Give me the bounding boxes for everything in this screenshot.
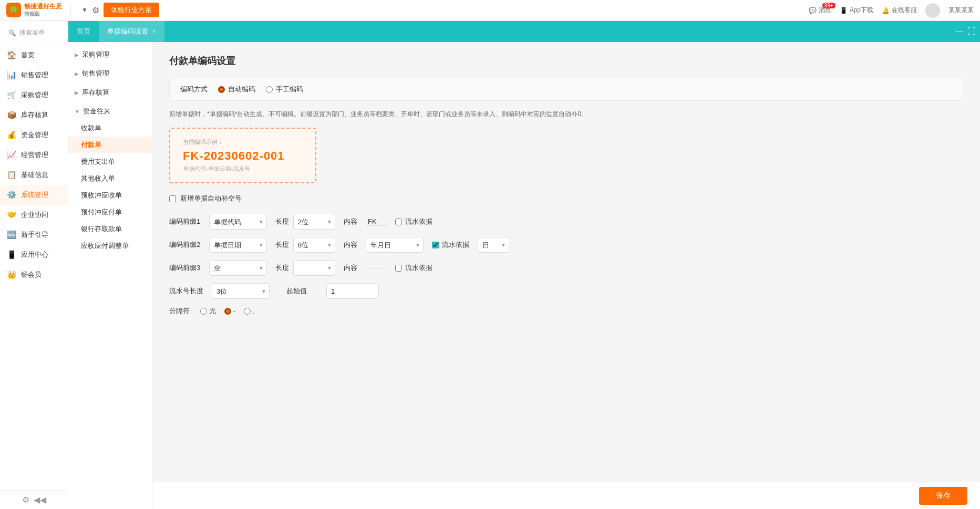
prefix3-content-label: 内容 [344,263,357,273]
sidebar-item-app-center[interactable]: 📱 应用中心 [0,245,68,265]
sidebar-item-home[interactable]: 🏠 首页 [0,45,68,65]
settings-icon[interactable]: ⚙ [92,5,99,15]
group-inventory-title[interactable]: ▶ 库存核算 [68,84,152,101]
settings-bottom-icon[interactable]: ⚙ [22,495,29,505]
basic-info-icon: 📋 [6,170,17,180]
group-finance-title[interactable]: ▼ 资金往来 [68,103,152,120]
app-download-button[interactable]: 📱 App下载 [840,6,873,15]
separator-row: 分隔符 无 - [169,306,963,316]
sep-dash-radio[interactable] [224,308,231,315]
sidebar-label-app-center: 应用中心 [21,250,48,259]
inner-item-other-income[interactable]: 其他收入单 [68,170,152,187]
search-icon: 🔍 [8,29,16,37]
auto-fill-checkbox[interactable] [169,195,176,202]
collapse-icon[interactable]: ◀◀ [34,495,46,505]
bottom-bar: 保存 [152,482,980,509]
sidebar-item-operations[interactable]: 📈 经营管理 [0,145,68,165]
auto-code-radio[interactable] [218,86,225,93]
preview-code: FK-20230602-001 [183,149,303,163]
message-button[interactable]: 💬 消息 99+ [809,6,831,15]
prefix3-length: 长度 ▼ [275,260,335,276]
inner-item-advance-receive[interactable]: 预收冲应收单 [68,187,152,204]
sidebar-item-purchase[interactable]: 🛒 采购管理 [0,85,68,105]
tab-home[interactable]: 首页 [68,21,99,42]
sep-dot-option[interactable]: . [244,307,255,315]
prefix2-length-label: 长度 [275,240,289,250]
window-minimize-icon[interactable]: — [955,27,963,36]
inner-item-advance-pay[interactable]: 预付冲应付单 [68,204,152,221]
sidebar-item-finance[interactable]: 💰 资金管理 [0,125,68,145]
top-bar-left: 🍀 畅捷通好生意 旗舰版 ▼ ⚙ 体验行业方案 [6,3,159,17]
sidebar-item-sales[interactable]: 📊 销售管理 [0,65,68,85]
prefix2-length-wrapper: 8位 ▼ [293,237,335,253]
group-sales-title[interactable]: ▶ 销售管理 [68,65,152,82]
online-service-button[interactable]: 🔔 在线客服 [882,6,917,15]
search-menu-button[interactable]: 🔍 搜索菜单 [4,26,64,39]
save-button[interactable]: 保存 [919,487,967,505]
chevron-right-icon3: ▶ [75,90,79,96]
tab-close-icon[interactable]: × [152,28,156,35]
sidebar-item-basic-info[interactable]: 📋 基础信息 [0,165,68,185]
prefix2-select[interactable]: 单据代码 单据日期 部门 业务员 空 [209,237,267,253]
sidebar-label-finance: 资金管理 [21,130,48,140]
message-badge: 99+ [822,3,835,8]
prefix2-content-select[interactable]: 年月日 年月 年 月日 [366,237,424,253]
group-purchase-title[interactable]: ▶ 采购管理 [68,46,152,63]
trial-button[interactable]: 体验行业方案 [104,3,159,17]
vip-icon: 👑 [6,270,17,279]
sep-none-radio[interactable] [200,308,207,315]
prefix1-serial-checkbox[interactable] [395,219,402,225]
sidebar-item-inventory[interactable]: 📦 库存核算 [0,105,68,125]
sidebar-label-basic-info: 基础信息 [21,170,48,180]
prefix1-length-wrapper: 2位 ▼ [293,214,335,230]
start-value-input[interactable] [326,283,379,299]
serial-length-select[interactable]: 3位 4位 5位 6位 [212,283,270,299]
window-maximize-icon[interactable]: ⛶ [967,27,976,36]
auto-code-option[interactable]: 自动编码 [218,85,255,94]
sidebar-search-area: 🔍 搜索菜单 [0,21,68,45]
prefix2-length-select[interactable]: 8位 [293,237,335,253]
sep-none-option[interactable]: 无 [200,306,216,316]
purchase-icon: 🛒 [6,90,17,100]
inner-sidebar: ▶ 采购管理 ▶ 销售管理 ▶ 库存核算 [68,42,152,509]
prefix3-length-select[interactable] [293,260,335,276]
inner-item-receipt[interactable]: 收款单 [68,120,152,137]
sidebar-item-cooperation[interactable]: 🤝 企业协同 [0,205,68,225]
company-dropdown[interactable]: ▼ [79,6,88,14]
service-label: 在线客服 [892,6,917,15]
auto-fill-label: 新增单据自动补空号 [180,194,242,203]
sidebar-label-system: 系统管理 [21,190,48,200]
inner-item-bank[interactable]: 银行存取款单 [68,221,152,237]
sidebar-item-guide[interactable]: 🆕 新手引导 [0,225,68,245]
prefix2-serial-select[interactable]: 日 月 年 永久 [478,237,509,253]
prefix2-serial-checkbox[interactable] [432,242,439,248]
prefix2-serial-label: 流水依据 [442,240,469,250]
prefix2-length: 长度 8位 ▼ [275,237,335,253]
group-finance-label: 资金往来 [83,107,110,116]
system-icon: ⚙️ [6,190,17,200]
group-inventory-label: 库存核算 [82,88,109,97]
manual-code-option[interactable]: 手工编码 [266,85,303,94]
sidebar-item-vip[interactable]: 👑 畅会员 [0,265,68,285]
prefix3-select-wrapper: 单据代码 单据日期 部门 业务员 空 ▼ [209,260,267,276]
manual-code-radio[interactable] [266,86,273,93]
sidebar-label-cooperation: 企业协同 [21,210,48,220]
sidebar-item-system[interactable]: ⚙️ 系统管理 [0,185,68,205]
prefix3-select[interactable]: 单据代码 单据日期 部门 业务员 空 [209,260,267,276]
sep-dash-option[interactable]: - [224,307,235,315]
sep-dot-radio[interactable] [244,308,251,315]
tab-settings[interactable]: 单据编码设置 × [99,21,164,42]
app-label: App下载 [850,6,873,15]
left-sidebar: 🔍 搜索菜单 🏠 首页 📊 销售管理 🛒 采购管理 📦 库存核算 💰 [0,21,68,509]
inner-item-adjust[interactable]: 应收应付调整单 [68,237,152,254]
chevron-down-icon: ▼ [81,6,88,14]
prefix2-label: 编码前缀2 [169,240,201,250]
sidebar-bottom: ⚙ ◀◀ [0,490,68,509]
brand: 🍀 畅捷通好生意 旗舰版 [6,3,62,17]
prefix1-length-select[interactable]: 2位 [293,214,335,230]
inner-item-expense[interactable]: 费用支出单 [68,153,152,170]
prefix3-serial-checkbox[interactable] [395,265,402,272]
form-area: 付款单编码设置 编码方式 自动编码 手工编码 [152,42,980,482]
inner-item-payment[interactable]: 付款单 [68,137,152,153]
prefix1-select[interactable]: 单据代码 单据日期 部门 业务员 空 [209,214,267,230]
